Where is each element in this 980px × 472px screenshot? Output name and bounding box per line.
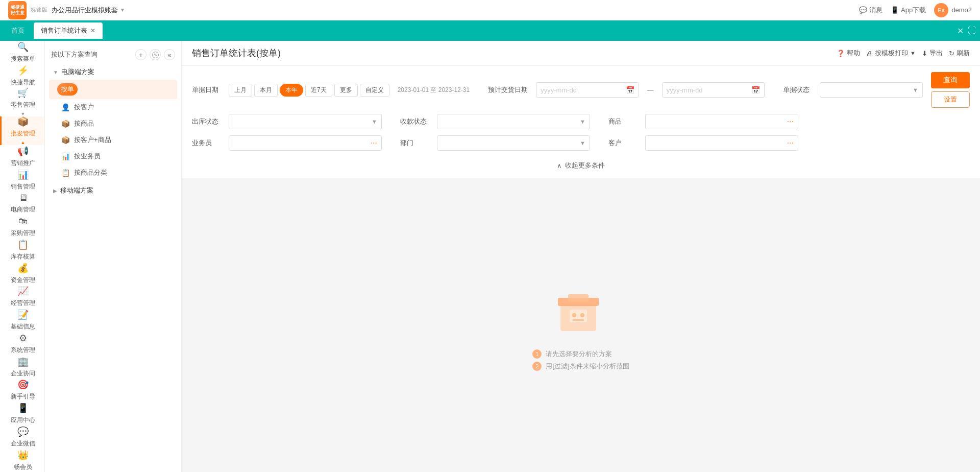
system-icon: ⚙ (19, 333, 27, 344)
sidebar-item-enterprise[interactable]: 🏢 企业协同 (0, 355, 44, 379)
date-btn-custom[interactable]: 自定义 (360, 84, 389, 97)
tab-home[interactable]: 首页 (4, 22, 32, 39)
sidebar-item-appcenter[interactable]: 📱 应用中心 (0, 402, 44, 426)
sidebar-item-purchase[interactable]: 🛍 采购管理 (0, 215, 44, 239)
tab-maximize-icon[interactable]: ⛶ (968, 26, 976, 35)
tab-close-icon[interactable]: ✕ (90, 27, 95, 34)
panel-edit-btn[interactable]: ✎ (150, 49, 161, 60)
print-btn[interactable]: 🖨 按模板打印 ▼ (866, 49, 916, 58)
date-btn-more[interactable]: 更多 (334, 84, 358, 97)
tab-close-window-icon[interactable]: ✕ (957, 26, 964, 36)
payment-status-select[interactable]: ▼ (437, 114, 590, 129)
collapse-filter-btn[interactable]: ∧ 收起更多条件 (192, 157, 970, 172)
corpwechat-icon: 💬 (17, 426, 29, 437)
expected-date-label: 预计交货日期 (488, 85, 528, 95)
sidebar-item-sales[interactable]: 📊 销售管理 (0, 168, 44, 192)
sidebar-item-operation[interactable]: 📈 经营管理 (0, 285, 44, 309)
search-icon: 🔍 (17, 41, 29, 53)
svg-point-7 (580, 313, 584, 317)
filter-row-date: 单据日期 上月 本月 本年 近7天 更多 自定义 2023-01-01 至 20… (192, 72, 970, 108)
tree-item-goods[interactable]: 📦 按商品 (49, 115, 177, 132)
svg-rect-4 (568, 294, 589, 301)
sidebar-item-finance[interactable]: 💰 资金管理 (0, 262, 44, 285)
panel-add-btn[interactable]: + (135, 49, 146, 60)
ship-status-select[interactable]: ▼ (229, 114, 382, 129)
empty-hint-1: 1 请先选择要分析的方案 (532, 349, 629, 359)
print-icon: 🖨 (866, 50, 873, 57)
help-btn[interactable]: ❓ 帮助 (837, 49, 860, 58)
sidebar-item-wholesale[interactable]: 📦 批发管理 ▲ (0, 116, 44, 145)
dept-select[interactable]: ▼ (437, 135, 590, 151)
sidebar-item-search[interactable]: 🔍 搜索菜单 (0, 41, 44, 64)
tree-group-mobile: ▶ 移动端方案 (49, 183, 177, 198)
user-profile[interactable]: Ea demo2 (934, 3, 972, 17)
message-btn[interactable]: 💬 消息 (859, 6, 883, 15)
date-btn-this-year[interactable]: 本年 (280, 84, 303, 97)
sidebar-item-basic[interactable]: 📝 基础信息 (0, 309, 44, 332)
top-bar: 畅捷通 好生意 标账版 办公用品行业模拟账套 ▼ 💬 消息 📱 App下载 Ea… (0, 0, 980, 20)
sidebar: 🔍 搜索菜单 ⚡ 快捷导航 🛒 零售管理 ▼ 📦 批发管理 ▲ 📢 营销推广 📊… (0, 41, 45, 472)
page-header: 销售订单统计表(按单) ❓ 帮助 🖨 按模板打印 ▼ ⬇ 导出 (182, 41, 980, 66)
quicknav-icon: ⚡ (17, 65, 29, 76)
salesperson-ellipsis-icon[interactable]: ··· (371, 138, 377, 148)
doc-status-select[interactable]: ▼ (820, 82, 923, 98)
salesperson-label: 业务员 (192, 138, 220, 148)
tree-item-customer-goods[interactable]: 📦 按客户+商品 (49, 132, 177, 148)
appcenter-icon: 📱 (17, 403, 29, 414)
sidebar-item-newbie[interactable]: 🎯 新手引导 (0, 379, 44, 402)
tree-item-category[interactable]: 📋 按商品分类 (49, 164, 177, 181)
app-download-btn[interactable]: 📱 App下载 (891, 6, 926, 15)
svg-rect-8 (573, 319, 584, 321)
tab-sales-stat[interactable]: 销售订单统计表 ✕ (34, 22, 103, 39)
hint-num-2: 2 (532, 362, 542, 371)
print-dropdown-icon: ▼ (910, 50, 916, 56)
tree-group-pc-triangle: ▼ (53, 69, 58, 75)
sidebar-item-membership[interactable]: 👑 畅会员 (0, 449, 44, 472)
collapse-icon: ∧ (557, 162, 562, 170)
hint-num-1: 1 (532, 349, 542, 359)
app-logo: 畅捷通 好生意 (8, 1, 27, 19)
export-btn[interactable]: ⬇ 导出 (922, 49, 943, 58)
refresh-icon: ↻ (949, 50, 954, 57)
page-title: 销售订单统计表(按单) (192, 47, 281, 65)
date-btn-last7[interactable]: 近7天 (305, 84, 332, 97)
salesperson-select[interactable]: ··· (229, 135, 382, 151)
sidebar-item-system[interactable]: ⚙ 系统管理 (0, 332, 44, 356)
date-btn-this-month[interactable]: 本月 (254, 84, 278, 97)
dept-arrow-icon: ▼ (580, 140, 585, 146)
tree-group-mobile-header[interactable]: ▶ 移动端方案 (49, 183, 177, 198)
filter-row-person: 业务员 ··· 部门 ▼ 客户 ··· (192, 135, 970, 151)
empty-hints: 1 请先选择要分析的方案 2 用[过滤]条件来缩小分析范围 (532, 349, 629, 371)
empty-hint-2: 2 用[过滤]条件来缩小分析范围 (532, 362, 629, 371)
query-button[interactable]: 查询 (931, 72, 970, 88)
date-btn-last-month[interactable]: 上月 (229, 84, 252, 97)
empty-svg (550, 280, 611, 341)
sidebar-item-ecommerce[interactable]: 🖥 电商管理 (0, 192, 44, 215)
tree-group-pc-header[interactable]: ▼ 电脑端方案 (49, 64, 177, 80)
refresh-btn[interactable]: ↻ 刷新 (949, 49, 970, 58)
tree-item-order[interactable]: 按单 (49, 80, 177, 99)
app-title[interactable]: 办公用品行业模拟账套 ▼ (52, 6, 125, 15)
export-icon: ⬇ (922, 50, 927, 57)
sidebar-item-retail[interactable]: 🛒 零售管理 ▼ (0, 88, 44, 116)
tree-group-mobile-triangle: ▶ (53, 188, 57, 194)
svg-text:✎: ✎ (153, 53, 157, 58)
end-date-placeholder: yyyy-mm-dd (667, 86, 749, 94)
sidebar-item-inventory[interactable]: 📋 库存核算 (0, 239, 44, 262)
goods-ellipsis-icon[interactable]: ··· (787, 117, 794, 126)
date-label: 单据日期 (192, 85, 220, 95)
empty-state: 1 请先选择要分析的方案 2 用[过滤]条件来缩小分析范围 (182, 178, 980, 472)
panel-collapse-btn[interactable]: « (164, 49, 175, 60)
sidebar-item-quicknav[interactable]: ⚡ 快捷导航 (0, 64, 44, 88)
customer-ellipsis-icon[interactable]: ··· (787, 138, 794, 148)
sidebar-item-corpwechat[interactable]: 💬 企业微信 (0, 426, 44, 449)
goods-select[interactable]: ··· (645, 114, 798, 129)
app-title-dropdown-icon: ▼ (120, 7, 125, 13)
expected-date-start[interactable]: yyyy-mm-dd 📅 (536, 82, 639, 98)
sidebar-item-marketing[interactable]: 📢 营销推广 (0, 145, 44, 169)
settings-button[interactable]: 设置 (931, 91, 970, 108)
expected-date-end[interactable]: yyyy-mm-dd 📅 (662, 82, 765, 98)
tree-item-customer[interactable]: 👤 按客户 (49, 99, 177, 115)
customer-select[interactable]: ··· (645, 135, 798, 151)
tree-item-salesperson[interactable]: 📊 按业务员 (49, 148, 177, 164)
